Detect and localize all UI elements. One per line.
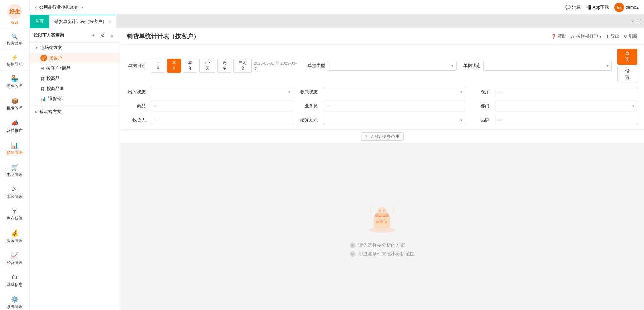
help-btn[interactable]: ❓ 帮助 bbox=[551, 33, 567, 39]
filter-row-3: 商品 ··· 业务员 ··· 部门 ▾ bbox=[127, 101, 637, 111]
empty-tips: ① 请先选择要分析的方案 ② 用过滤条件来缩小分析范围 bbox=[350, 242, 415, 257]
filter-row-2: 出库状态 ▾ 收款状态 ▾ 仓库 ··· bbox=[127, 87, 637, 97]
goods-icon: ▦ bbox=[40, 76, 45, 81]
sidebar-item-marketing[interactable]: 📣 营销推广 bbox=[0, 115, 29, 138]
sidebar-item-purchase[interactable]: 🛍 采购管理 bbox=[0, 182, 29, 204]
goods-select[interactable]: ··· bbox=[151, 101, 293, 111]
search-menu-btn[interactable]: 🔍 搜索菜单 bbox=[0, 29, 29, 50]
left-panel-header: 按以下方案查询 ＋ ⚙ « bbox=[30, 28, 120, 43]
settings-scheme-btn[interactable]: ⚙ bbox=[99, 32, 106, 39]
receive-arrow-icon: ▾ bbox=[460, 90, 462, 94]
sidebar-item-retail[interactable]: 🏪 零售管理 bbox=[0, 71, 29, 93]
doc-status-select[interactable]: ▾ bbox=[483, 61, 612, 71]
svg-point-5 bbox=[377, 207, 387, 217]
date-btn-custom[interactable]: 自定义 bbox=[233, 59, 252, 73]
salesman-select[interactable]: ··· bbox=[323, 101, 466, 111]
quick-nav-btn[interactable]: ⚡ 快捷导航 bbox=[0, 50, 29, 71]
date-btn-last-month[interactable]: 上月 bbox=[151, 59, 165, 73]
app-download-label: App下载 bbox=[593, 4, 609, 10]
print-btn[interactable]: 🖨 按模板打印 ▾ bbox=[571, 33, 602, 39]
receive-status-select[interactable]: ▾ bbox=[323, 87, 466, 97]
sidebar-item-system[interactable]: ⚙️ 系统管理 bbox=[0, 292, 29, 310]
sidebar-item-finance[interactable]: 💰 资金管理 bbox=[0, 225, 29, 248]
wholesale-label: 批发管理 bbox=[7, 106, 23, 111]
svg-point-7 bbox=[383, 209, 385, 212]
date-btn-7days[interactable]: 近7天 bbox=[199, 59, 216, 73]
sidebar-item-ecommerce[interactable]: 🛒 电商管理 bbox=[0, 160, 29, 182]
department-label: 部门 bbox=[471, 103, 489, 109]
warehouse-select[interactable]: ··· bbox=[495, 87, 637, 97]
topbar-right: 💬 消息 📲 App下载 Ea demo2 bbox=[565, 3, 639, 12]
brand-select[interactable]: ··· bbox=[495, 115, 637, 125]
out-status-arrow-icon: ▾ bbox=[288, 90, 290, 94]
sidebar-item-basic[interactable]: 🗂 基础信息 bbox=[0, 270, 29, 292]
doc-type-select[interactable]: ▾ bbox=[328, 61, 456, 71]
recipient-select[interactable]: ··· bbox=[151, 115, 293, 125]
basic-icon: 🗂 bbox=[12, 274, 18, 281]
message-btn[interactable]: 💬 消息 bbox=[565, 4, 581, 10]
tree-item-goods[interactable]: ▦ 按商品 bbox=[30, 73, 120, 84]
empty-icon bbox=[362, 197, 402, 237]
page-title: 销货单统计计表（按客户） bbox=[127, 32, 199, 40]
out-status-select[interactable]: ▾ bbox=[151, 87, 293, 97]
dept-arrow-icon: ▾ bbox=[632, 104, 634, 108]
tree-divider bbox=[30, 105, 120, 105]
add-scheme-btn[interactable]: ＋ bbox=[90, 32, 97, 39]
tree-item-returns[interactable]: 📊 退货统计 bbox=[30, 94, 120, 104]
tab-fullscreen-btn[interactable]: ⛶ bbox=[637, 19, 641, 24]
tree-returns-label: 退货统计 bbox=[48, 96, 65, 102]
page-header: 销货单统计计表（按客户） ❓ 帮助 🖨 按模板打印 ▾ ⬇ 导出 bbox=[120, 28, 644, 45]
app-download-btn[interactable]: 📲 App下载 bbox=[586, 4, 609, 10]
left-panel-title: 按以下方案查询 bbox=[34, 32, 64, 38]
search-icon: 🔍 bbox=[11, 33, 18, 40]
tree-item-goods99[interactable]: ▦ 按商品99 bbox=[30, 84, 120, 94]
print-label: 按模板打印 bbox=[576, 33, 598, 39]
export-btn[interactable]: ⬇ 导出 bbox=[606, 33, 620, 39]
tree-item-customer[interactable]: 按 按客户 bbox=[30, 53, 120, 63]
message-label: 消息 bbox=[572, 4, 581, 10]
sidebar-item-inventory[interactable]: 🗄 库存核算 bbox=[0, 204, 29, 225]
ecommerce-label: 电商管理 bbox=[7, 172, 23, 178]
user-btn[interactable]: Ea demo2 bbox=[614, 3, 639, 12]
collapse-up-icon: ∧ bbox=[365, 134, 368, 139]
tab-close-icon[interactable]: × bbox=[109, 19, 111, 24]
retail-icon: 🏪 bbox=[11, 75, 18, 83]
doc-status-arrow-icon: ▾ bbox=[607, 64, 609, 68]
tree-desktop-label: 电脑端方案 bbox=[40, 45, 62, 51]
refresh-btn[interactable]: ↻ 刷新 bbox=[624, 33, 637, 39]
sales-icon: 📊 bbox=[11, 142, 18, 149]
recipient-dots: ··· bbox=[154, 117, 160, 123]
topbar-left: 办公用品行业模拟账套 ▾ bbox=[35, 4, 83, 10]
settings-btn[interactable]: 设置 bbox=[617, 66, 637, 83]
tab-active-label: 销货单统计计表（按客户） bbox=[54, 19, 107, 25]
tab-close-btn[interactable]: × bbox=[631, 18, 634, 24]
app-logo-icon: 好生 bbox=[7, 3, 23, 19]
goods99-icon: ▦ bbox=[40, 86, 45, 91]
collapse-panel-btn[interactable]: « bbox=[108, 32, 116, 39]
date-btn-more[interactable]: 更多 bbox=[217, 59, 231, 73]
tree-mobile-group[interactable]: ▶ 移动端方案 bbox=[30, 107, 120, 117]
export-icon: ⬇ bbox=[606, 34, 609, 39]
tree-item-customer-goods[interactable]: ⊞ 按客户+商品 bbox=[30, 63, 120, 73]
query-btn[interactable]: 查询 bbox=[617, 49, 637, 65]
collapse-btn[interactable]: ∧ ∧ 收起更多条件 bbox=[361, 132, 404, 141]
tab-home[interactable]: 首页 bbox=[30, 15, 49, 28]
tree-desktop-group[interactable]: ▼ 电脑端方案 bbox=[30, 43, 120, 53]
help-icon: ❓ bbox=[551, 34, 556, 39]
settings-icon: ⚙ bbox=[101, 33, 105, 38]
tab-active[interactable]: 销货单统计计表（按客户） × bbox=[49, 15, 116, 28]
left-panel-actions: ＋ ⚙ « bbox=[90, 32, 116, 39]
purchase-icon: 🛍 bbox=[12, 186, 18, 193]
svg-rect-10 bbox=[376, 221, 379, 223]
sidebar-item-operations[interactable]: 📈 经营管理 bbox=[0, 248, 29, 270]
brand-label: 品牌 bbox=[471, 117, 489, 123]
department-select[interactable]: ▾ bbox=[495, 101, 637, 111]
sidebar-item-sales[interactable]: 📊 销售管理 bbox=[0, 138, 29, 160]
quick-icon: ⚡ bbox=[11, 54, 18, 61]
settlement-select[interactable]: ▾ bbox=[323, 115, 466, 125]
sidebar-item-wholesale[interactable]: 📦 批发管理 bbox=[0, 93, 29, 115]
filter-area: 单据日期 上月 本月 本年 近7天 更多 自定义 2023-03-01 至 20… bbox=[120, 45, 644, 130]
date-btn-this-month[interactable]: 本月 bbox=[167, 59, 181, 73]
date-btn-this-year[interactable]: 本年 bbox=[183, 59, 197, 73]
left-panel: 按以下方案查询 ＋ ⚙ « ▼ 电脑端方案 bbox=[30, 28, 120, 310]
